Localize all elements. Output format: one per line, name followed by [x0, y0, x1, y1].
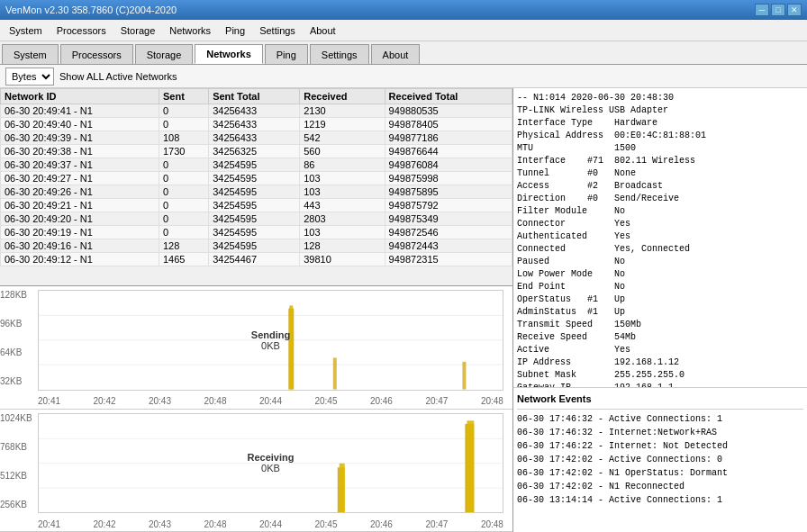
events-list: 06-30 17:46:32 - Active Connections: 106…: [517, 412, 803, 507]
cell-2-4: 949877186: [385, 131, 512, 145]
table-section: Network ID Sent Sent Total Received Rece…: [0, 88, 512, 286]
table-row[interactable]: 06-30 20:49:37 - N103425459586949876084: [1, 158, 512, 172]
events-header: Network Events: [517, 392, 803, 410]
close-button[interactable]: ✕: [787, 4, 802, 16]
info-line: Interface Type Hardware: [517, 117, 803, 130]
table-row[interactable]: 06-30 20:49:38 - N1173034256325560949876…: [1, 145, 512, 158]
cell-1-3: 1219: [300, 118, 385, 131]
svg-rect-5: [333, 357, 337, 389]
cell-0-3: 2130: [300, 104, 385, 118]
info-line: Active Yes: [517, 344, 803, 356]
info-line: MTU 1500: [517, 142, 803, 155]
cell-9-2: 34254595: [209, 226, 300, 239]
cell-10-1: 128: [159, 239, 209, 253]
cell-2-1: 108: [159, 131, 209, 145]
cell-6-2: 34254595: [209, 185, 300, 199]
info-line: Connector Yes: [517, 218, 803, 230]
menu-ping[interactable]: Ping: [218, 21, 252, 41]
cell-9-3: 103: [300, 226, 385, 239]
receiving-x-labels: 20:41 20:42 20:43 20:48 20:44 20:45 20:4…: [38, 517, 503, 531]
menu-settings[interactable]: Settings: [252, 21, 303, 41]
cell-7-2: 34254595: [209, 199, 300, 212]
cell-5-4: 949875998: [385, 172, 512, 185]
cell-2-0: 06-30 20:49:39 - N1: [1, 131, 159, 145]
info-line: Subnet Mask 255.255.255.0: [517, 369, 803, 382]
cell-11-2: 34254467: [209, 253, 300, 266]
event-item: 06-30 13:14:14 - Active Connections: 1: [517, 493, 803, 507]
menu-about[interactable]: About: [303, 21, 343, 41]
info-line: Direction #0 Send/Receive: [517, 193, 803, 205]
sending-y-labels: 128KB 96KB 64KB 32KB: [0, 286, 38, 391]
table-row[interactable]: 06-30 20:49:19 - N1034254595103949872546: [1, 226, 512, 239]
cell-2-3: 542: [300, 131, 385, 145]
menu-networks[interactable]: Networks: [162, 21, 218, 41]
cell-3-0: 06-30 20:49:38 - N1: [1, 145, 159, 158]
info-line: Transmit Speed 150Mb: [517, 319, 803, 331]
event-item: 06-30 17:46:32 - Active Connections: 1: [517, 412, 803, 426]
tab-networks[interactable]: Networks: [195, 44, 263, 64]
table-row[interactable]: 06-30 20:49:16 - N1128342545951289498724…: [1, 239, 512, 253]
table-row[interactable]: 06-30 20:49:27 - N1034254595103949875998: [1, 172, 512, 185]
info-line: Paused No: [517, 256, 803, 268]
table-row[interactable]: 06-30 20:49:21 - N1034254595443949875792: [1, 199, 512, 212]
receiving-y-labels: 1024KB 768KB 512KB 256KB: [0, 410, 38, 514]
svg-rect-6: [462, 362, 466, 390]
col-received: Received: [300, 89, 385, 104]
col-sent: Sent: [159, 89, 209, 104]
receiving-chart-area: Receiving 0KB: [38, 413, 503, 514]
cell-10-3: 128: [300, 239, 385, 253]
cell-2-2: 34256433: [209, 131, 300, 145]
cell-11-0: 06-30 20:49:12 - N1: [1, 253, 159, 266]
table-row[interactable]: 06-30 20:49:39 - N1108342564335429498771…: [1, 131, 512, 145]
info-line: AdminStatus #1 Up: [517, 306, 803, 319]
svg-rect-13: [467, 420, 474, 512]
cell-3-1: 1730: [159, 145, 209, 158]
cell-4-0: 06-30 20:49:37 - N1: [1, 158, 159, 172]
sending-chart-area: Sending 0KB: [38, 290, 503, 391]
main-content: Network ID Sent Sent Total Received Rece…: [0, 88, 807, 532]
tab-settings[interactable]: Settings: [310, 44, 369, 64]
info-line: -- N1:014 2020-06-30 20:48:30: [517, 92, 803, 104]
cell-1-0: 06-30 20:49:40 - N1: [1, 118, 159, 131]
table-scroll[interactable]: Network ID Sent Sent Total Received Rece…: [0, 88, 512, 285]
cell-9-0: 06-30 20:49:19 - N1: [1, 226, 159, 239]
cell-4-2: 34254595: [209, 158, 300, 172]
bytes-selector[interactable]: Bytes KB MB: [5, 68, 54, 86]
info-line: TP-LINK Wireless USB Adapter: [517, 104, 803, 117]
cell-6-0: 06-30 20:49:26 - N1: [1, 185, 159, 199]
table-row[interactable]: 06-30 20:49:20 - N1034254595280394987534…: [1, 212, 512, 226]
svg-rect-4: [289, 305, 293, 389]
cell-6-4: 949875895: [385, 185, 512, 199]
table-row[interactable]: 06-30 20:49:26 - N1034254595103949875895: [1, 185, 512, 199]
toolbar: Bytes KB MB Show ALL Active Networks: [0, 65, 807, 88]
menu-storage[interactable]: Storage: [113, 21, 163, 41]
maximize-button[interactable]: □: [771, 4, 785, 16]
cell-7-1: 0: [159, 199, 209, 212]
event-item: 06-30 17:42:02 - N1 Reconnected: [517, 480, 803, 493]
cell-10-0: 06-30 20:49:16 - N1: [1, 239, 159, 253]
table-row[interactable]: 06-30 20:49:12 - N1146534254467398109498…: [1, 253, 512, 266]
tab-storage[interactable]: Storage: [135, 44, 194, 64]
tab-system[interactable]: System: [2, 44, 59, 64]
cell-9-1: 0: [159, 226, 209, 239]
cell-10-2: 34254595: [209, 239, 300, 253]
tab-about[interactable]: About: [371, 44, 421, 64]
title-bar: VenMon v2.30 358.7860 (C)2004-2020 ─ □ ✕: [0, 0, 807, 20]
info-line: OperStatus #1 Up: [517, 293, 803, 306]
tab-ping[interactable]: Ping: [265, 44, 308, 64]
menu-system[interactable]: System: [2, 21, 50, 41]
tab-processors[interactable]: Processors: [60, 44, 133, 64]
svg-rect-11: [340, 463, 345, 512]
table-row[interactable]: 06-30 20:49:41 - N1034256433213094988053…: [1, 104, 512, 118]
charts-section: 128KB 96KB 64KB 32KB: [0, 286, 512, 532]
info-panel[interactable]: -- N1:014 2020-06-30 20:48:30TP-LINK Wir…: [513, 88, 807, 388]
cell-5-1: 0: [159, 172, 209, 185]
events-panel[interactable]: Network Events 06-30 17:46:32 - Active C…: [513, 388, 807, 532]
info-line: Connected Yes, Connected: [517, 243, 803, 256]
info-line: End Point No: [517, 281, 803, 293]
receiving-chart: 1024KB 768KB 512KB 256KB: [0, 410, 512, 533]
menu-processors[interactable]: Processors: [50, 21, 113, 41]
cell-4-4: 949876084: [385, 158, 512, 172]
minimize-button[interactable]: ─: [755, 4, 769, 16]
table-row[interactable]: 06-30 20:49:40 - N1034256433121994987840…: [1, 118, 512, 131]
